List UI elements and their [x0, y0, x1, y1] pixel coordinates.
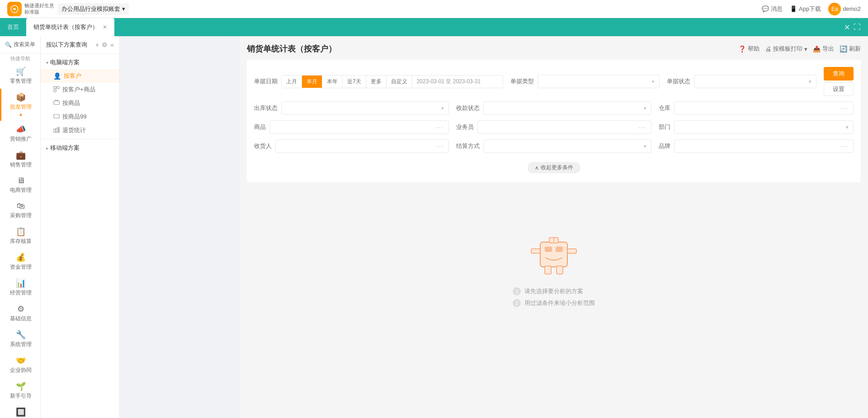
- home-tab-label: 首页: [7, 23, 19, 31]
- date-btn-current-month[interactable]: 本月: [302, 76, 322, 88]
- svg-rect-1: [54, 86, 56, 89]
- order-status-caret: ▾: [809, 79, 811, 85]
- user-menu[interactable]: Ea demo2: [828, 3, 861, 15]
- quick-nav-label: 快捷导航: [0, 53, 40, 63]
- date-btn-custom[interactable]: 自定义: [387, 76, 412, 88]
- svg-rect-15: [567, 249, 576, 253]
- messages-button[interactable]: 💬 消息: [762, 5, 783, 13]
- wholesale-icon: 📦: [16, 92, 26, 102]
- top-header: 畅捷通好生意 标准版 办公用品行业模拟账套 ▾ 💬 消息 📱 App下载 Ea …: [0, 0, 868, 18]
- sidebar-item-ecommerce[interactable]: 🖥 电商管理: [0, 172, 40, 198]
- settings-button[interactable]: 设置: [824, 82, 854, 96]
- company-name: 办公用品行业模拟账套: [61, 5, 120, 13]
- sidebar-item-label-ecommerce: 电商管理: [10, 186, 32, 194]
- help-button[interactable]: ❓ 帮助: [738, 45, 760, 53]
- sidebar-item-sales[interactable]: 💼 销售管理: [0, 147, 40, 172]
- tree-item-return-stats[interactable]: 退货统计: [41, 124, 119, 137]
- sidebar-item-label-purchase: 采购管理: [10, 212, 32, 219]
- tree-collapse-icon: ▸: [46, 146, 48, 151]
- sidebar-item-system[interactable]: 🔧 系统管理: [0, 326, 40, 352]
- print-button[interactable]: 🖨 按模板打印 ▾: [765, 45, 807, 53]
- filter-order-status: 单据状态 ▾: [667, 75, 816, 88]
- order-type-select[interactable]: ▾: [538, 75, 660, 88]
- sidebar-search[interactable]: 🔍 搜索菜单: [0, 36, 40, 53]
- tree-group-mobile[interactable]: ▸ 移动端方案: [41, 141, 119, 155]
- svg-rect-9: [540, 242, 567, 267]
- goods-select[interactable]: ···: [269, 120, 449, 134]
- basic-icon: ⚙: [17, 304, 24, 314]
- query-button[interactable]: 查询: [824, 67, 854, 81]
- recipient-dots: ···: [436, 142, 444, 150]
- warehouse-select[interactable]: ···: [674, 101, 854, 115]
- receipt-status-label: 收款状态: [456, 104, 480, 112]
- export-button[interactable]: 📤 导出: [813, 45, 834, 53]
- out-status-select[interactable]: ▾: [281, 101, 449, 115]
- date-btn-more[interactable]: 更多: [366, 76, 387, 88]
- filter-goods: 商品 ···: [254, 120, 449, 134]
- sidebar-item-cooperation[interactable]: 🤝 企业协同: [0, 352, 40, 378]
- svg-rect-10: [545, 247, 552, 252]
- tab-expand-icon[interactable]: ⛶: [854, 23, 861, 31]
- filter-recipient: 收货人 ···: [254, 139, 449, 153]
- tab-home[interactable]: 首页: [0, 18, 26, 36]
- sidebar-item-purchase[interactable]: 🛍 采购管理: [0, 198, 40, 223]
- sidebar-item-label-system: 系统管理: [10, 341, 32, 348]
- order-status-select[interactable]: ▾: [694, 75, 816, 88]
- tab-sales-stats[interactable]: 销货单统计表（按客户） ✕: [26, 18, 114, 36]
- tree-item-by-customer-goods[interactable]: 按客户+商品: [41, 83, 119, 96]
- tab-close-all-icon[interactable]: ✕: [844, 23, 850, 32]
- customer-goods-icon: [53, 86, 60, 94]
- sidebar-item-retail[interactable]: 🛒 零售管理: [0, 63, 40, 89]
- search-menu-button[interactable]: 🔍 搜索菜单: [4, 41, 37, 48]
- company-selector[interactable]: 办公用品行业模拟账套 ▾: [58, 3, 129, 15]
- app-download-button[interactable]: 📱 App下载: [790, 5, 821, 13]
- tab-close-icon[interactable]: ✕: [103, 24, 107, 30]
- tree-item-by-customer[interactable]: 👤 按客户: [41, 69, 119, 83]
- empty-state: 1 请先选择要分析的方案 2 用过滤条件来缩小分析范围: [247, 188, 861, 325]
- settlement-select[interactable]: ▾: [483, 139, 651, 153]
- filter-row-4: 收货人 ··· 结算方式 ▾ 品牌: [254, 139, 854, 153]
- sidebar-item-label-inventory: 库存核算: [10, 238, 32, 245]
- system-icon: 🔧: [16, 330, 26, 340]
- svg-rect-14: [531, 249, 540, 253]
- date-btn-current-year[interactable]: 本年: [322, 76, 343, 88]
- brand-dots: ···: [840, 142, 849, 150]
- brand-select[interactable]: ···: [674, 139, 854, 153]
- collapse-panel-button[interactable]: «: [110, 41, 114, 48]
- filter-row-1: 单据日期 上月 本月 本年 近7天 更多 自定义 2023-03-01 至 20…: [254, 67, 854, 96]
- hint-text-2: 用过滤条件来缩小分析范围: [524, 299, 595, 307]
- date-btn-7days[interactable]: 近7天: [343, 76, 366, 88]
- collapse-button[interactable]: ∧ 收起更多条件: [528, 162, 580, 173]
- salesperson-select[interactable]: ···: [477, 120, 651, 134]
- sidebar-item-finance[interactable]: 💰 资金管理: [0, 249, 40, 275]
- sidebar-item-wholesale[interactable]: 📦 批发管理 ▴: [0, 89, 40, 121]
- brand-label: 品牌: [659, 142, 670, 150]
- tab-bar: 首页 销货单统计表（按客户） ✕ ✕ ⛶: [0, 18, 868, 36]
- add-scheme-button[interactable]: +: [95, 41, 99, 48]
- sidebar-item-inventory[interactable]: 📋 库存核算: [0, 223, 40, 249]
- tree-item-by-goods[interactable]: 按商品: [41, 96, 119, 110]
- collapse-icon: ∧: [535, 165, 539, 171]
- tree-item-by-goods99[interactable]: 按商品99: [41, 110, 119, 124]
- sidebar-item-newbie[interactable]: 🌱 新手引导: [0, 378, 40, 404]
- date-btn-last-month[interactable]: 上月: [282, 76, 302, 88]
- cooperation-icon: 🤝: [16, 356, 26, 366]
- tree-group-desktop-label: 电脑端方案: [50, 58, 80, 66]
- receipt-status-select[interactable]: ▾: [483, 101, 651, 115]
- department-select[interactable]: ▾: [674, 120, 854, 134]
- sidebar-item-basic[interactable]: ⚙ 基础信息: [0, 300, 40, 326]
- recipient-select[interactable]: ···: [275, 139, 449, 153]
- filter-order-type: 单据类型 ▾: [510, 75, 660, 88]
- scheme-settings-button[interactable]: ⚙: [102, 41, 108, 48]
- order-type-caret: ▾: [652, 79, 655, 85]
- sidebar-item-appstore[interactable]: 🔲 应用中心: [0, 404, 40, 418]
- filter-brand: 品牌 ···: [659, 139, 854, 153]
- refresh-button[interactable]: 🔄 刷新: [840, 45, 861, 53]
- tree-item-label-by-goods99: 按商品99: [62, 113, 86, 121]
- department-caret: ▾: [846, 124, 849, 130]
- tree-group-desktop[interactable]: ▾ 电脑端方案: [41, 56, 119, 69]
- hint-text-1: 请先选择要分析的方案: [524, 287, 583, 295]
- sidebar-item-label-wholesale: 批发管理: [10, 103, 32, 111]
- sidebar-item-operations[interactable]: 📊 经营管理: [0, 275, 40, 300]
- sidebar-item-marketing[interactable]: 📣 营销推广: [0, 121, 40, 147]
